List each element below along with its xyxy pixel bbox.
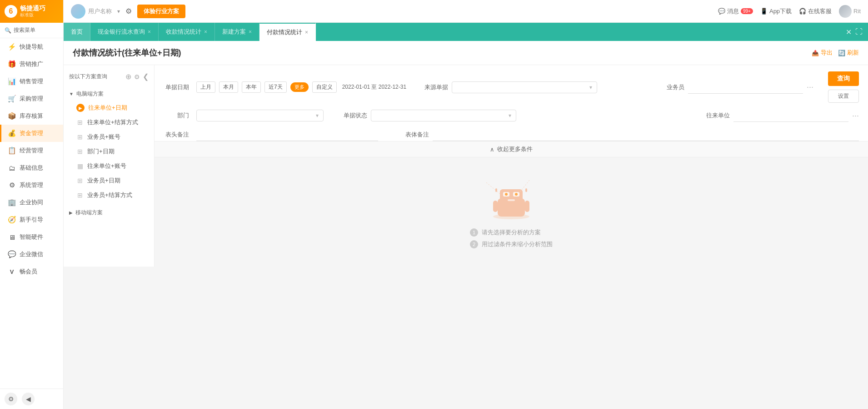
purchase-icon: 🛒: [8, 95, 16, 103]
scheme-salesman-settle[interactable]: ⊞ 业务员+结算方式: [64, 188, 154, 202]
sidebar: 6 畅捷通巧 标准版 🔍 搜索菜单 ⚡ 快捷导航 🎁 营销推广 📊 销售管理: [0, 0, 64, 409]
sidebar-item-operation[interactable]: 📋 经营管理: [0, 142, 63, 159]
sidebar-item-label: 系统管理: [20, 181, 43, 189]
date-btn-custom[interactable]: 自定义: [312, 81, 337, 93]
message-action[interactable]: 💬 消息 99+: [718, 7, 753, 15]
scheme-dept-date[interactable]: ⊞ 部门+日期: [64, 144, 154, 159]
service-icon: 🎧: [799, 8, 806, 15]
pc-section-title[interactable]: ▼ 电脑端方案: [64, 87, 154, 101]
scheme-salesman-date[interactable]: ⊞ 业务员+日期: [64, 173, 154, 188]
sidebar-item-guide[interactable]: 🧭 新手引导: [0, 211, 63, 228]
header-remark-label: 表头备注: [164, 131, 189, 139]
sidebar-item-inventory[interactable]: 📦 库存核算: [0, 107, 63, 125]
sidebar-item-finance[interactable]: 💰 资金管理: [0, 125, 63, 142]
search-menu[interactable]: 🔍 搜索菜单: [0, 23, 63, 38]
dept-select[interactable]: ▾: [196, 110, 324, 121]
scheme-partner-settle[interactable]: ⊞ 往来单位+结算方式: [64, 115, 154, 130]
tab-new-plan-close[interactable]: ×: [249, 29, 252, 35]
topbar-user-right[interactable]: Rit: [839, 5, 861, 18]
doc-status-label: 单据状态: [342, 111, 367, 120]
tab-expand-icon[interactable]: ⛶: [855, 28, 863, 36]
svg-line-12: [486, 182, 500, 194]
sidebar-item-hardware[interactable]: 🖥 智能硬件: [0, 228, 63, 246]
refresh-btn[interactable]: 🔄 刷新: [838, 49, 859, 57]
sidebar-item-purchase[interactable]: 🛒 采购管理: [0, 90, 63, 107]
sales-icon: 📊: [8, 77, 16, 86]
sidebar-item-label: 资金管理: [20, 129, 43, 137]
add-scheme-icon[interactable]: ⊕: [125, 72, 131, 81]
topbar-gear-icon[interactable]: ⚙: [125, 7, 132, 15]
user-dropdown[interactable]: ▾: [117, 8, 120, 15]
sidebar-item-enterprise[interactable]: 🏢 企业协同: [0, 194, 63, 211]
sidebar-item-label: 采购管理: [20, 95, 43, 103]
date-btn-last-month[interactable]: 上月: [196, 81, 215, 93]
tip-num-1: 1: [470, 228, 478, 237]
mobile-section-label: 移动端方案: [75, 209, 103, 217]
sidebar-item-marketing[interactable]: 🎁 营销推广: [0, 56, 63, 73]
partner-dots[interactable]: ···: [852, 111, 859, 121]
tabbar: 首页 现金银行流水查询 × 收款情况统计 × 新建方案 × 付款情况统计 × ✕…: [64, 23, 868, 41]
tab-new-plan[interactable]: 新建方案 ×: [215, 23, 259, 41]
date-btn-more[interactable]: 更多: [290, 82, 309, 92]
scheme-salesman-account[interactable]: ⊞ 业务员+账号: [64, 130, 154, 144]
sidebar-item-system[interactable]: ⚙ 系统管理: [0, 177, 63, 194]
header-remark-input[interactable]: [196, 128, 378, 141]
scheme-partner-account[interactable]: ▦ 往来单位+账号: [64, 159, 154, 173]
sidebar-item-basic-info[interactable]: 🗂 基础信息: [0, 159, 63, 177]
export-btn[interactable]: 📤 导出: [812, 49, 833, 57]
scheme-grid-icon: ⊞: [76, 192, 84, 199]
tab-cashflow-close[interactable]: ×: [148, 29, 151, 35]
tab-close-all-icon[interactable]: ✕: [846, 28, 852, 36]
refresh-icon: 🔄: [838, 50, 845, 56]
scheme-partner-date[interactable]: ▶ 往来单位+日期: [64, 101, 154, 115]
tab-cashflow[interactable]: 现金银行流水查询 ×: [90, 23, 159, 41]
tab-home-label: 首页: [71, 28, 83, 36]
app-download-action[interactable]: 📱 App下载: [760, 7, 792, 15]
tab-receipt-stat[interactable]: 收款情况统计 ×: [159, 23, 215, 41]
salesman-dots[interactable]: ···: [807, 82, 813, 92]
query-btn[interactable]: 查询: [828, 71, 859, 86]
partner-input[interactable]: [733, 109, 848, 122]
settings-icon[interactable]: ⚙: [5, 393, 17, 405]
tab-home[interactable]: 首页: [64, 23, 90, 41]
online-service-action[interactable]: 🎧 在线客服: [799, 7, 832, 15]
date-btn-7days[interactable]: 近7天: [264, 81, 287, 93]
sidebar-bottom: ⚙ ◀: [0, 389, 63, 409]
source-select[interactable]: ▾: [452, 81, 597, 93]
sidebar-item-member[interactable]: V 畅会员: [0, 263, 63, 280]
salesman-input[interactable]: [688, 81, 803, 94]
operation-icon: 📋: [8, 146, 16, 155]
user-avatar: [71, 4, 85, 19]
trial-btn[interactable]: 体验行业方案: [137, 5, 185, 18]
settings-scheme-icon[interactable]: ⚙: [134, 73, 140, 81]
tab-cashflow-label: 现金银行流水查询: [98, 28, 145, 36]
doc-status-select[interactable]: ▾: [371, 110, 516, 121]
tab-payment-close[interactable]: ×: [305, 29, 308, 35]
tab-new-plan-label: 新建方案: [222, 28, 246, 36]
left-panel-actions: ⊕ ⚙ ❮: [125, 72, 149, 81]
sidebar-item-label: 经营管理: [20, 146, 43, 155]
settings-btn[interactable]: 设置: [828, 90, 859, 103]
sidebar-item-wechat[interactable]: 💬 企业微信: [0, 246, 63, 263]
topbar-actions: 💬 消息 99+ 📱 App下载 🎧 在线客服 Rit: [718, 5, 861, 18]
page-header-actions: 📤 导出 🔄 刷新: [812, 49, 859, 57]
collapse-panel-icon[interactable]: ❮: [143, 72, 149, 81]
page-header: 付款情况统计(往来单位+日期) 📤 导出 🔄 刷新: [64, 41, 868, 65]
collapse-label: 收起更多条件: [497, 145, 533, 153]
date-btn-this-month[interactable]: 本月: [219, 81, 238, 93]
tab-receipt-close[interactable]: ×: [204, 29, 207, 35]
empty-state-area: 1 请先选择要分析的方案 2 用过滤条件来缩小分析范围: [155, 157, 868, 267]
salesman-group: 业务员 ···: [659, 81, 813, 94]
search-label: 搜索菜单: [14, 26, 35, 34]
scheme-grid-icon: ⊞: [76, 133, 84, 141]
tab-payment-stat[interactable]: 付款情况统计 ×: [259, 23, 316, 41]
tab-payment-label: 付款情况统计: [267, 28, 302, 36]
sidebar-item-quick-nav[interactable]: ⚡ 快捷导航: [0, 38, 63, 56]
collapse-filter-btn[interactable]: ∧ 收起更多条件: [155, 141, 868, 157]
body-remark-input[interactable]: [433, 128, 859, 141]
date-btn-this-year[interactable]: 本年: [242, 81, 261, 93]
sidebar-item-sales[interactable]: 📊 销售管理: [0, 73, 63, 90]
mobile-section-title[interactable]: ▶ 移动端方案: [64, 206, 154, 219]
collapse-sidebar-icon[interactable]: ◀: [22, 393, 35, 405]
service-label: 在线客服: [808, 7, 832, 15]
